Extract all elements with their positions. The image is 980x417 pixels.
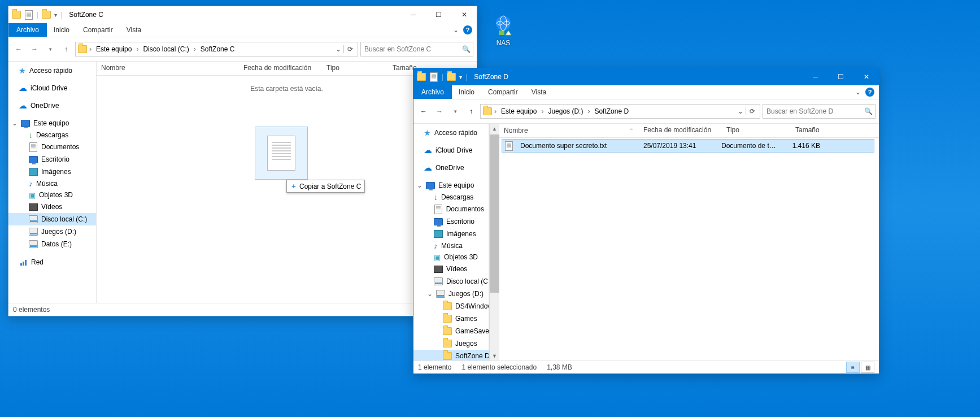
col-name[interactable]: Nombre bbox=[97, 62, 239, 75]
tab-inicio[interactable]: Inicio bbox=[452, 85, 481, 99]
titlebar[interactable]: | ▾ | SoftZone D ─ ☐ ✕ bbox=[413, 68, 879, 85]
col-date[interactable]: Fecha de modificación bbox=[639, 124, 722, 137]
breadcrumb[interactable]: › Este equipo › Juegos (D:) › SoftZone D… bbox=[480, 104, 760, 119]
file-row[interactable]: Documento super secreto.txt 25/07/2019 1… bbox=[502, 139, 874, 153]
nav-downloads[interactable]: ↓Descargas bbox=[8, 129, 96, 141]
tab-compartir[interactable]: Compartir bbox=[76, 23, 120, 37]
col-type[interactable]: Tipo bbox=[722, 124, 791, 137]
desktop-icon-nas[interactable]: NAS bbox=[482, 15, 524, 47]
nav-quick-access[interactable]: ★Acceso rápido bbox=[413, 127, 489, 138]
chevron-down-icon[interactable]: ⌄ bbox=[735, 107, 746, 115]
help-icon[interactable]: ? bbox=[463, 25, 472, 34]
back-button[interactable]: ← bbox=[12, 42, 25, 56]
breadcrumb-seg[interactable]: SoftZone D bbox=[591, 105, 632, 118]
search-input[interactable]: 🔍 bbox=[360, 42, 473, 57]
nav-disk-c[interactable]: Disco local (C:) bbox=[8, 213, 96, 225]
close-button[interactable]: ✕ bbox=[451, 6, 477, 23]
nav-icloud[interactable]: ☁iCloud Drive bbox=[8, 82, 96, 94]
nav-videos[interactable]: Vídeos bbox=[8, 201, 96, 213]
tab-archivo[interactable]: Archivo bbox=[413, 85, 452, 99]
navigation-pane[interactable]: ★Acceso rápido ☁iCloud Drive ☁OneDrive ⌄… bbox=[413, 124, 489, 360]
nav-folder-games[interactable]: Games bbox=[413, 312, 489, 325]
up-button[interactable]: ↑ bbox=[464, 105, 478, 118]
refresh-icon[interactable]: ⟳ bbox=[343, 45, 356, 53]
nav-pictures[interactable]: Imágenes bbox=[8, 166, 96, 178]
nav-disk-c[interactable]: Disco local (C:) bbox=[413, 275, 489, 288]
up-button[interactable]: ↑ bbox=[59, 42, 73, 56]
nav-documents[interactable]: Documentos bbox=[413, 203, 489, 215]
breadcrumb-seg[interactable]: Juegos (D:) bbox=[545, 105, 586, 118]
tab-vista[interactable]: Vista bbox=[120, 23, 148, 37]
breadcrumb-seg[interactable]: Este equipo bbox=[498, 105, 540, 118]
search-field[interactable] bbox=[765, 107, 864, 116]
qat-icon[interactable] bbox=[429, 72, 438, 81]
minimize-button[interactable]: ─ bbox=[400, 6, 426, 23]
close-button[interactable]: ✕ bbox=[853, 68, 879, 85]
nav-desktop[interactable]: Escritorio bbox=[413, 215, 489, 228]
nav-this-pc[interactable]: ⌄Este equipo bbox=[8, 117, 96, 129]
search-icon[interactable]: 🔍 bbox=[462, 45, 471, 53]
nav-quick-access[interactable]: ★Acceso rápido bbox=[8, 65, 96, 76]
breadcrumb-seg[interactable]: Este equipo bbox=[93, 42, 135, 56]
navigation-pane[interactable]: ★Acceso rápido ☁iCloud Drive ☁OneDrive ⌄… bbox=[8, 62, 97, 303]
minimize-button[interactable]: ─ bbox=[803, 68, 828, 85]
nav-folder-softzone-d[interactable]: SoftZone D bbox=[413, 350, 489, 360]
recent-button[interactable]: ▾ bbox=[448, 105, 462, 118]
maximize-button[interactable]: ☐ bbox=[426, 6, 451, 23]
nav-scrollbar[interactable]: ▲ ▼ bbox=[489, 124, 499, 360]
file-list[interactable]: Documento super secreto.txt 25/07/2019 1… bbox=[499, 138, 879, 360]
nav-music[interactable]: ♪Música bbox=[8, 178, 96, 189]
tab-compartir[interactable]: Compartir bbox=[481, 85, 525, 99]
col-size[interactable]: Tamaño bbox=[791, 124, 840, 137]
expand-icon[interactable]: ⌄ bbox=[417, 181, 423, 189]
qat-chevron[interactable]: ▾ bbox=[459, 74, 462, 80]
nav-network[interactable]: Red bbox=[8, 256, 96, 268]
help-icon[interactable]: ? bbox=[865, 88, 874, 97]
nav-folder-gsm[interactable]: GameSave Man bbox=[413, 325, 489, 337]
tab-inicio[interactable]: Inicio bbox=[47, 23, 76, 37]
qat-icon[interactable] bbox=[24, 10, 33, 19]
nav-3d[interactable]: ▣Objetos 3D bbox=[8, 189, 96, 201]
nav-this-pc[interactable]: ⌄Este equipo bbox=[413, 179, 489, 192]
refresh-icon[interactable]: ⟳ bbox=[746, 107, 759, 115]
nav-pictures[interactable]: Imágenes bbox=[413, 228, 489, 240]
view-details-button[interactable]: ≡ bbox=[846, 362, 860, 373]
scroll-thumb[interactable] bbox=[490, 134, 499, 293]
forward-button[interactable]: → bbox=[433, 105, 446, 118]
view-icons-button[interactable]: ▦ bbox=[861, 362, 874, 373]
nav-music[interactable]: ♪Música bbox=[413, 240, 489, 251]
nav-disk-d[interactable]: Juegos (D:) bbox=[8, 225, 96, 238]
nav-downloads[interactable]: ↓Descargas bbox=[413, 192, 489, 203]
nav-desktop[interactable]: Escritorio bbox=[8, 153, 96, 166]
back-button[interactable]: ← bbox=[417, 105, 430, 118]
breadcrumb-seg[interactable]: SoftZone C bbox=[197, 42, 238, 56]
col-type[interactable]: Tipo bbox=[322, 62, 388, 75]
maximize-button[interactable]: ☐ bbox=[828, 68, 853, 85]
search-input[interactable]: 🔍 bbox=[763, 104, 876, 119]
column-headers[interactable]: Nombre⌃ Fecha de modificación Tipo Tamañ… bbox=[499, 124, 879, 138]
tab-vista[interactable]: Vista bbox=[525, 85, 553, 99]
nav-3d[interactable]: ▣Objetos 3D bbox=[413, 251, 489, 263]
scroll-up[interactable]: ▲ bbox=[490, 124, 499, 133]
nav-disk-d[interactable]: ⌄Juegos (D:) bbox=[413, 288, 489, 300]
nav-folder-juegos[interactable]: Juegos bbox=[413, 337, 489, 350]
nav-disk-e[interactable]: Datos (E:) bbox=[8, 238, 96, 250]
forward-button[interactable]: → bbox=[28, 42, 41, 56]
content-area[interactable]: Nombre⌃ Fecha de modificación Tipo Tamañ… bbox=[499, 124, 879, 360]
titlebar[interactable]: | ▾ | SoftZone C ─ ☐ ✕ bbox=[8, 6, 477, 23]
col-name[interactable]: Nombre⌃ bbox=[499, 124, 639, 137]
nav-folder-ds4[interactable]: DS4Windows bbox=[413, 300, 489, 312]
nav-onedrive[interactable]: ☁OneDrive bbox=[413, 162, 489, 173]
ribbon-expand-icon[interactable]: ⌄ bbox=[453, 26, 459, 34]
search-icon[interactable]: 🔍 bbox=[864, 107, 873, 115]
col-date[interactable]: Fecha de modificación bbox=[239, 62, 322, 75]
nav-onedrive[interactable]: ☁OneDrive bbox=[8, 99, 96, 111]
nav-documents[interactable]: Documentos bbox=[8, 141, 96, 153]
nav-videos[interactable]: Vídeos bbox=[413, 263, 489, 275]
recent-button[interactable]: ▾ bbox=[43, 42, 57, 56]
chevron-down-icon[interactable]: ⌄ bbox=[333, 45, 343, 53]
breadcrumb-seg[interactable]: Disco local (C:) bbox=[140, 42, 192, 56]
breadcrumb[interactable]: › Este equipo › Disco local (C:) › SoftZ… bbox=[75, 42, 358, 57]
qat-chevron[interactable]: ▾ bbox=[54, 12, 57, 18]
search-field[interactable] bbox=[363, 45, 462, 54]
